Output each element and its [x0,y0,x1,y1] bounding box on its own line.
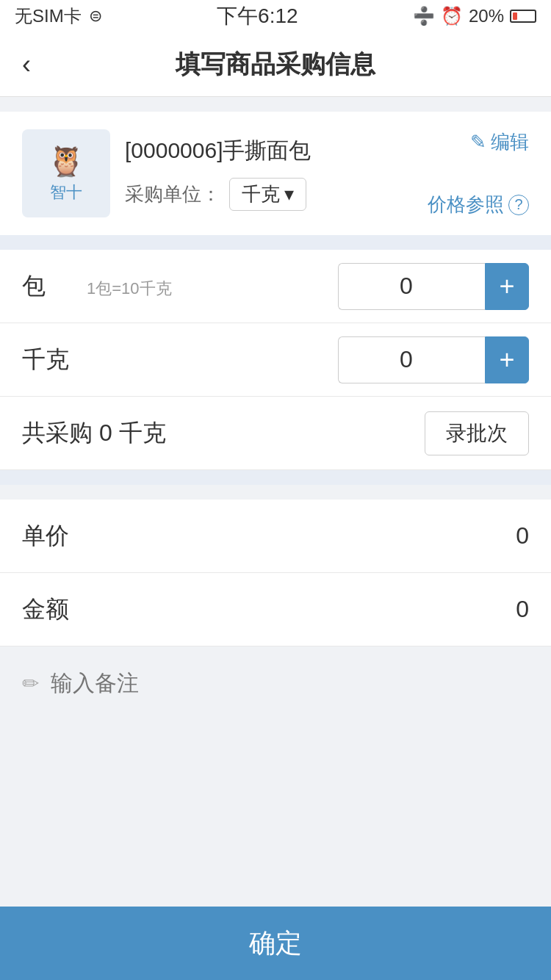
pack-plus-button[interactable]: + [485,263,529,310]
chevron-down-icon: ▾ [284,183,294,206]
wifi-icon: ⊜ [89,7,102,26]
kg-input[interactable] [338,336,485,383]
status-left: 无SIM卡 ⊜ [15,4,102,28]
unit-label: 采购单位： [125,181,220,207]
divider-mid [0,470,551,485]
alarm-icon: ⏰ [441,6,463,26]
bottom-spacer [0,837,551,911]
status-bar: 无SIM卡 ⊜ 下午6:12 ➗ ⏰ 20% [0,0,551,32]
summary-row: 共采购 0 千克 录批次 [0,397,551,470]
unit-dropdown[interactable]: 千克 ▾ [229,178,306,211]
amount-label: 金额 [22,594,69,626]
summary-text: 共采购 0 千克 [22,417,166,450]
nav-bar: ‹ 填写商品采购信息 [0,32,551,97]
pack-sublabel: 1包=10千克 [87,278,172,300]
kg-label: 千克 [22,344,81,376]
pack-input[interactable] [338,263,485,310]
back-button[interactable]: ‹ [22,49,31,80]
product-logo-icon: 🦉 [48,144,84,179]
pack-label: 包 [22,270,81,303]
edit-button[interactable]: ✎ 编辑 [470,129,529,155]
page-title: 填写商品采购信息 [176,48,375,82]
unit-price-label: 单价 [22,520,69,552]
unit-price-row: 单价 0 [0,500,551,573]
amount-row: 金额 0 [0,573,551,646]
location-icon: ➗ [413,6,435,26]
notes-input[interactable] [51,669,529,718]
pencil-icon: ✏ [22,671,39,696]
product-card: 🦉 智十 [0000006]手撕面包 采购单位： 千克 ▾ ✎ 编辑 价格参照 … [0,112,551,235]
info-section: 单价 0 金额 0 [0,500,551,646]
status-time: 下午6:12 [217,2,298,30]
divider-top [0,235,551,250]
help-icon: ? [508,195,529,215]
battery-percent: 20% [469,6,504,26]
input-section: 包 1包=10千克 + 千克 + 共采购 0 千克 录批次 [0,250,551,470]
carrier-label: 无SIM卡 [15,4,82,28]
amount-value: 0 [516,596,529,623]
kg-input-row: 千克 + [0,323,551,397]
unit-price-value: 0 [516,522,529,550]
product-logo-text: 智十 [50,181,82,203]
kg-plus-button[interactable]: + [485,336,529,383]
batch-button[interactable]: 录批次 [425,411,529,455]
product-name: [0000006]手撕面包 [125,136,529,166]
status-right: ➗ ⏰ 20% [413,6,536,26]
pack-input-row: 包 1包=10千克 + [0,250,551,323]
battery-icon [510,10,536,23]
unit-value: 千克 [242,181,280,207]
product-image: 🦉 智十 [22,129,110,217]
pack-label-wrap: 包 1包=10千克 [22,270,338,303]
edit-icon: ✎ [470,131,486,154]
price-ref-label: 价格参照 [428,192,504,217]
notes-section: ✏ [0,646,551,837]
kg-label-wrap: 千克 [22,344,338,376]
pack-field-wrap: + [338,263,529,310]
price-ref-button[interactable]: 价格参照 ? [428,192,529,217]
kg-field-wrap: + [338,336,529,383]
confirm-button[interactable]: 确定 [0,907,551,980]
